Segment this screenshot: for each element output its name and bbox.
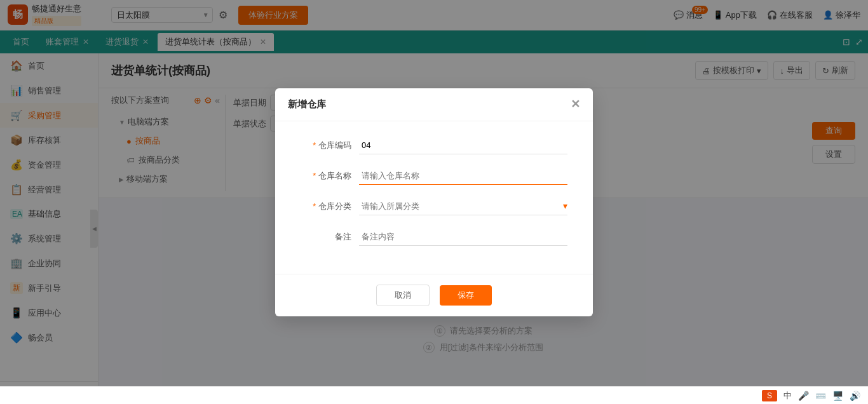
modal-close-button[interactable]: ✕ [571, 98, 580, 110]
warehouse-name-label: 仓库名称 [301, 170, 351, 182]
warehouse-category-label: 仓库分类 [301, 201, 351, 212]
modal-footer: 取消 保存 [275, 274, 593, 316]
warehouse-note-input[interactable] [359, 228, 567, 246]
modal-header: 新增仓库 ✕ [275, 88, 593, 121]
warehouse-note-row: 备注 [301, 228, 567, 246]
warehouse-category-select-wrap[interactable]: ▾ [359, 198, 567, 215]
microphone-icon[interactable]: 🎤 [798, 391, 809, 401]
modal-overlay[interactable]: 新增仓库 ✕ 仓库编码 仓库名称 仓库分类 ▾ [0, 0, 868, 404]
warehouse-code-label: 仓库编码 [301, 140, 351, 151]
warehouse-code-row: 仓库编码 [301, 137, 567, 154]
volume-icon[interactable]: 🔊 [850, 391, 860, 401]
warehouse-category-row: 仓库分类 ▾ [301, 198, 567, 215]
s-logo-icon[interactable]: S [762, 390, 777, 401]
bottom-bar: S 中 🎤 ⌨️ 🖥️ 🔊 [0, 386, 868, 404]
keyboard-icon[interactable]: ⌨️ [815, 391, 826, 401]
new-warehouse-modal: 新增仓库 ✕ 仓库编码 仓库名称 仓库分类 ▾ [275, 88, 593, 316]
modal-body: 仓库编码 仓库名称 仓库分类 ▾ 备注 [275, 121, 593, 274]
warehouse-name-input[interactable] [359, 167, 567, 185]
category-dropdown-icon[interactable]: ▾ [563, 201, 567, 211]
warehouse-category-input[interactable] [359, 198, 563, 215]
chinese-input-label[interactable]: 中 [783, 390, 792, 401]
modal-title: 新增仓库 [288, 98, 326, 111]
warehouse-code-input[interactable] [359, 137, 567, 154]
warehouse-name-row: 仓库名称 [301, 167, 567, 185]
save-button[interactable]: 保存 [440, 285, 492, 306]
cancel-button[interactable]: 取消 [376, 285, 430, 306]
warehouse-note-label: 备注 [301, 231, 351, 243]
monitor-icon[interactable]: 🖥️ [832, 391, 843, 401]
